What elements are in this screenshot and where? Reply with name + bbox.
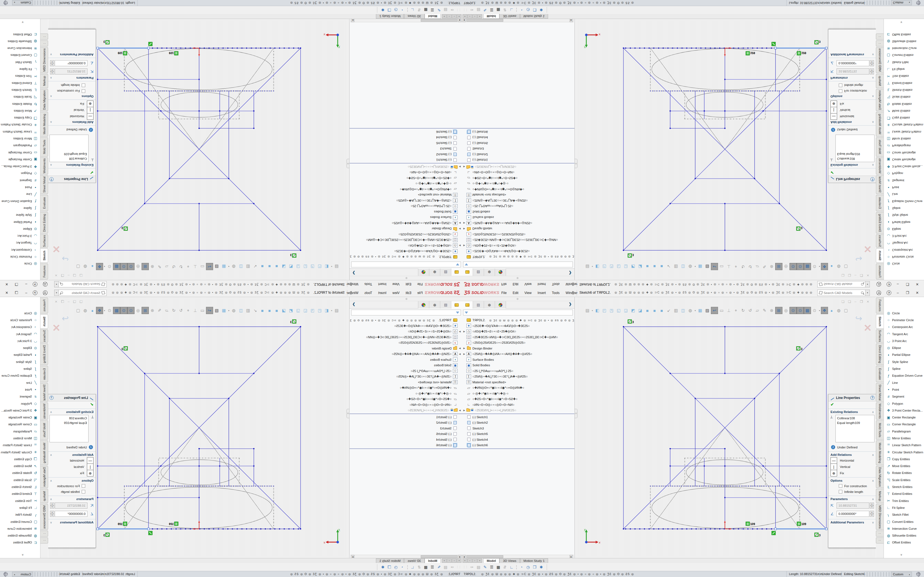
toolbar-tab[interactable]: : <box>876 537 884 543</box>
toolbar-tab[interactable]: Features <box>40 263 48 279</box>
tree-row[interactable]: ◼ Solid Bodies <box>349 363 462 368</box>
tab-nav-icon[interactable]: » <box>477 559 482 563</box>
tree-row[interactable]: ▶ A ○25И◎∘✚A✚◎ИA○∘○AИ◎✚A✚∘◎И25○ <box>462 220 575 226</box>
tree-row[interactable]: ▶ Design Binder <box>349 226 462 232</box>
search-dropdown-button[interactable]: ▾ <box>866 290 870 296</box>
toolbar-tab[interactable]: Sheet Metal <box>876 175 884 194</box>
palette-tool-item[interactable]: ◍ Silhouette Entities <box>884 38 924 45</box>
relation-item[interactable]: Equal length109 <box>837 152 873 156</box>
relation-button-row[interactable]: — Horizontal <box>828 113 876 120</box>
panel-splitter[interactable] <box>349 297 462 301</box>
search-dropdown-button[interactable]: ▾ <box>54 281 58 287</box>
bottom-toolbar-icon[interactable]: ✑ <box>449 7 456 13</box>
palette-tool-item[interactable]: ▪ Point <box>0 184 40 191</box>
toolbar-tab[interactable]: : <box>40 530 48 537</box>
pin-icon[interactable] <box>572 282 575 286</box>
palette-tool-item[interactable]: ▣ Center Rectangle <box>0 156 40 163</box>
minimize-button[interactable]: – <box>897 282 899 286</box>
tree-row[interactable]: ★ ○253Ɛ✚∘ʘ◎ⅤAΦ○∘○ΦAⅤ◎ʘ∘✚3Ɛ25○ <box>462 323 575 329</box>
toolbar-tab[interactable]: Surfaces <box>876 234 884 248</box>
panel-expand-chevron[interactable]: ❯ <box>569 301 575 308</box>
tree-row[interactable]: ▱ ○·◎✚○*◉I○∘○I◉*○✚◎·○ <box>349 391 462 396</box>
bottom-toolbar-icon[interactable]: ¦ <box>406 7 409 13</box>
sketch-tree-row[interactable]: (-) Sketch6 <box>462 129 575 135</box>
parameters-section[interactable]: Parameters∧ <box>48 76 96 81</box>
checkbox-row[interactable]: Infinite length <box>48 489 96 495</box>
tree-row[interactable]: ▱ ○✚Ƨ5∘ʘ○*◉I○∘○I◉*○ʘ∘5Ƨ✚○ <box>349 175 462 181</box>
checkbox-row[interactable]: For construction <box>48 483 96 489</box>
palette-tool-item[interactable]: ∟ Fit Spline <box>0 66 40 73</box>
help-icon[interactable]: ? <box>887 282 891 287</box>
toolbar-tab[interactable]: Direct Editing <box>40 212 48 234</box>
toolbar-tab[interactable]: Mold Tools <box>876 137 884 156</box>
configurationmanager-tab[interactable]: ⊕ <box>484 301 495 309</box>
tree-row[interactable]: ▶ Design Binder <box>349 346 462 351</box>
tree-row[interactable]: ▱ ○✚Ƨ5∘ʘ○*◉I○∘○I◉*○ʘ∘5Ƨ✚○ <box>462 396 575 402</box>
collapse-chevron-icon[interactable]: ∧ <box>872 77 874 80</box>
add-relations-section[interactable]: Add Relations∧ <box>48 451 96 457</box>
bottom-toolbar-icon[interactable]: ❒ <box>386 564 393 571</box>
expand-chevron-icon[interactable]: ∨ <box>872 53 874 56</box>
propertymanager-tab[interactable]: ▤ <box>440 268 451 276</box>
palette-tool-item[interactable]: ⊤ Extend Entities <box>884 80 924 87</box>
account-icon[interactable] <box>43 290 48 295</box>
palette-tool-item[interactable]: ↻ Rotate Entities <box>884 469 924 476</box>
tree-row[interactable]: Σ ○25И◎∘✚A⋃°3Ɛ○∘○3Ɛ°⋃A✚∘◎И25○ <box>349 198 462 204</box>
menu-item[interactable]: Insert <box>375 291 389 295</box>
panel-collapse-handle[interactable] <box>347 409 349 418</box>
minimize-button[interactable]: – <box>25 291 27 295</box>
palette-tool-item[interactable]: ❐ Copy Entities <box>0 456 40 463</box>
tree-row[interactable]: ◫ ○25✚3Ɛ25○ИИ◎∘✚⊃C3Ɛ⋃3Ɛ25○∘○253Ɛ⋃3Ɛ⊃C✚∘◎… <box>462 334 575 340</box>
tree-row[interactable]: ⊙ ○25·⋃*ʘAɯ○∘○ɯAʘ*⋃·25○ <box>462 203 575 209</box>
options-section[interactable]: Options∧ <box>48 477 96 483</box>
relation-item[interactable]: Collinear108 <box>51 156 87 161</box>
palette-tool-item[interactable]: ○ Perimeter Circle <box>0 316 40 323</box>
search-icon[interactable] <box>60 283 63 285</box>
palette-tool-item[interactable]: ▪ Point <box>884 184 924 191</box>
bottom-toolbar-icon[interactable]: ∟ <box>508 564 515 571</box>
spinner-control[interactable]: ▲▼ <box>870 60 874 66</box>
relation-item[interactable]: Collinear108 <box>837 416 873 421</box>
sketch-tree-row[interactable]: (-) Sketch6 <box>349 129 462 135</box>
palette-tool-item[interactable]: ▪ Point <box>884 386 924 393</box>
displaymanager-tab[interactable] <box>418 301 429 309</box>
tree-row[interactable]: ◫ ○25✚3Ɛ25○ИИ◎∘✚⊃C3Ɛ⋃3Ɛ25○∘○253Ɛ⋃3Ɛ⊃C✚∘◎… <box>462 237 575 243</box>
palette-tool-item[interactable]: ⊤ Extend Entities <box>0 80 40 87</box>
tree-row[interactable]: Σ ○25И◎∘✚A⋃°3Ɛ○∘○3Ɛ°⋃A✚∘◎И25○ <box>462 198 575 204</box>
tree-row[interactable]: ◼ Solid Bodies <box>462 363 575 368</box>
palette-tool-item[interactable]: ◍ Silhouette Entities <box>884 532 924 539</box>
tree-filter-box[interactable] <box>351 309 461 316</box>
toolbar-tab[interactable]: MBD Dimensions <box>40 504 48 530</box>
pin-icon[interactable] <box>572 291 575 295</box>
displaymanager-tab[interactable] <box>418 268 429 276</box>
tree-root-row[interactable]: TЯPDL2. ◎ ƷƐ ◎ Ш ◎ ◎ ◎ ✚ ◎ ⊃C ◎ ƷƐ ◎ • ◎… <box>462 318 575 323</box>
palette-tool-item[interactable]: ◍ Silhouette Entities <box>0 532 40 539</box>
document-tab[interactable]: 3D Views <box>404 14 424 19</box>
tab-nav-icon[interactable]: « <box>457 559 462 563</box>
document-tab[interactable]: Motion Study 1 <box>376 558 404 563</box>
unit-system-dropdown[interactable]: Custom▴ <box>891 0 912 5</box>
pin-icon[interactable] <box>349 291 352 295</box>
toolbar-tab[interactable]: Mesh Modeling <box>40 440 48 465</box>
tree-row[interactable]: ◕ ○25ʘ◎25И3Ɛ25○∘○253ƐИ25◎ʘ25○ <box>462 232 575 237</box>
expand-arrow-icon[interactable]: ▶ <box>457 244 462 247</box>
palette-tool-item[interactable]: ╱ Line <box>0 191 40 198</box>
expand-arrow-icon[interactable]: ▶ <box>462 165 467 168</box>
relations-list[interactable]: Collinear108Equal length109 <box>835 415 874 442</box>
palette-tool-item[interactable]: ▭ Corner Rectangle <box>0 421 40 428</box>
featuremanager-tab[interactable] <box>451 301 462 309</box>
menu-item[interactable]: File <box>414 282 426 286</box>
account-icon[interactable] <box>876 282 881 287</box>
palette-tool-item[interactable]: ▣ Center Rectangle <box>884 156 924 163</box>
toolbar-tab[interactable]: Direct Editing <box>876 343 884 365</box>
scrollbar-thumb[interactable] <box>467 19 503 22</box>
globe-icon[interactable] <box>3 1 8 5</box>
toolbar-tab[interactable]: Mesh Modeling <box>876 440 884 465</box>
bottom-toolbar-icon[interactable]: ▦ <box>495 7 502 13</box>
sketch-tree-row[interactable]: (-) Sketch2 <box>462 420 575 425</box>
sketch-tree-row[interactable]: (-) Sketch5 <box>462 431 575 437</box>
bottom-toolbar-icon[interactable]: ✱ <box>380 564 386 571</box>
collapse-chevron-icon[interactable]: ∧ <box>50 121 52 124</box>
relation-item[interactable]: Equal length109 <box>51 152 87 156</box>
tree-row[interactable]: ▶ A ○25И◎∘✚A✚◎ИA○∘○AИ◎✚A✚∘◎И25○ <box>349 351 462 357</box>
